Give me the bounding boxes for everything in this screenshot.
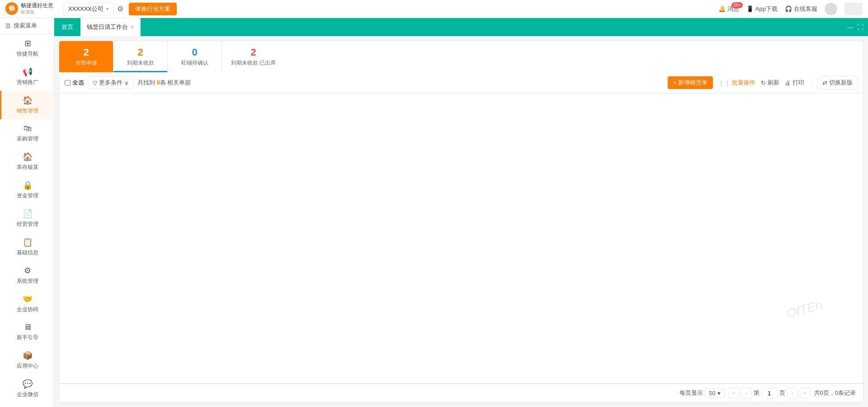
select-all-label: 全选 [72,79,84,87]
filter-icon: ▽ [93,80,97,86]
print-btn[interactable]: 🖨 打印 [785,79,804,87]
next-page-btn[interactable]: › [787,388,798,398]
stat-number-pending: 0 [192,47,197,58]
select-all-checkbox[interactable]: 全选 [65,79,84,87]
batch-icon: ⋮⋮ [718,80,730,86]
operation-icon: 📄 [23,209,33,219]
search-icon: ☰ [5,23,11,29]
pagination-bar: 每页显示 50 ▾ « ‹ 第 页 › » [59,384,863,402]
minimize-btn[interactable]: — [847,23,854,31]
first-page-btn[interactable]: « [728,388,739,398]
sidebar-item-appstore[interactable]: 📦 应用中心 [0,346,54,374]
maximize-btn[interactable]: ⛶ [857,23,863,31]
basic-icon: 📋 [23,237,33,247]
switch-btn[interactable]: ⇄ 切换新版 [817,76,858,89]
sidebar-label-quick-nav: 快捷导航 [17,50,38,58]
headset-icon: 🎧 [785,5,792,12]
search-menu-label: 搜索菜单 [14,22,37,30]
sales-icon: 🏠 [23,95,33,105]
table-area: OfTEn [59,94,863,384]
app-subtitle: 标准版 [21,9,53,15]
print-icon: 🖨 [785,80,791,86]
sidebar-label-basic: 基础信息 [17,249,38,257]
found-count: 0 [157,79,160,86]
company-name: XXXXXX公司 [68,5,104,13]
content-area: 首页 钱货日清工作台 × — ⛶ 2 全部单据 [54,18,868,407]
bell-icon: 🔔 [718,5,726,12]
messages-badge: 99+ [731,2,743,8]
sidebar-item-quick-nav[interactable]: ⊞ 快捷导航 [0,34,54,62]
sidebar-label-marketing: 营销推广 [17,79,38,86]
filter-label: 更多条件 [99,79,123,87]
search-menu-btn[interactable]: ☰ 搜索菜单 [0,18,54,34]
grid-icon: ⊞ [24,38,31,48]
refresh-btn[interactable]: ↻ 刷新 [761,79,779,87]
settings-button[interactable]: ⚙ [117,5,123,13]
sidebar-item-finance[interactable]: 🔒 资金管理 [0,176,54,204]
sidebar-item-sales[interactable]: 🏠 销售管理 [0,91,54,119]
avatar[interactable] [825,3,837,15]
stat-label-pending: 旺铺待确认 [181,59,208,67]
cooperation-icon: 🤝 [23,294,33,304]
sidebar-label-operation: 经营管理 [17,220,38,228]
chevron-icon: ∨ [124,80,129,86]
wechat-icon: 💬 [23,379,33,389]
sidebar-item-guide[interactable]: 🖥 新手引导 [0,318,54,346]
sidebar-label-wechat: 企业微信 [17,391,38,398]
tab-close-btn[interactable]: × [131,24,134,30]
last-page-btn[interactable]: » [800,388,811,398]
sidebar-label-finance: 资金管理 [17,192,38,200]
sidebar-item-basic[interactable]: 📋 基础信息 [0,233,54,261]
online-service-btn[interactable]: 🎧 在线客服 [785,5,817,13]
sidebar-item-cooperation[interactable]: 🤝 企业协同 [0,290,54,318]
prev-page-btn[interactable]: ‹ [741,388,752,398]
select-all-input[interactable] [65,80,71,86]
system-icon: ⚙ [24,266,31,276]
messages-btn[interactable]: 🔔 消息 99+ [718,5,739,13]
filter-btn[interactable]: ▽ 更多条件 ∨ [88,76,134,89]
stat-card-all[interactable]: 2 全部单据 [59,41,113,72]
page-content: 2 全部单据 2 到期未收款 0 旺铺待确认 2 到期未收款 已出库 [54,36,868,407]
sidebar-item-member[interactable]: V 畅会员 [0,403,54,407]
sidebar-item-purchase[interactable]: 🛍 采购管理 [0,119,54,147]
toolbar-right: + 新增销货单 ⋮⋮ 批量操作 ↻ 刷新 🖨 打印 [668,76,858,89]
experience-btn[interactable]: 体验行业方案 [129,3,177,15]
per-page-label: 每页显示 [679,389,703,397]
tab-home[interactable]: 首页 [54,18,80,36]
sidebar-label-cooperation: 企业协同 [17,306,38,313]
app-download-btn[interactable]: 📱 App下载 [746,5,778,13]
tab-current[interactable]: 钱货日清工作台 × [80,18,141,36]
page-size-value: 50 [709,390,715,397]
sidebar-item-marketing[interactable]: 📢 营销推广 [0,62,54,91]
app-download-label: App下载 [755,5,778,13]
sidebar-label-purchase: 采购管理 [17,135,38,143]
batch-btn[interactable]: ⋮⋮ 批量操作 [718,79,755,87]
sidebar-item-system[interactable]: ⚙ 系统管理 [0,261,54,290]
stat-card-pending[interactable]: 0 旺铺待确认 [168,41,222,72]
page-size-box[interactable]: 50 ▾ [705,388,724,398]
stat-number-all: 2 [83,47,89,58]
page-input[interactable] [761,388,778,398]
new-order-btn[interactable]: + 新增销货单 [668,76,713,89]
guide-icon: 🖥 [24,323,32,332]
user-info[interactable] [844,3,863,15]
phone-icon: 📱 [746,5,754,12]
company-selector[interactable]: XXXXXX公司 ▾ [63,3,113,15]
main-layout: ☰ 搜索菜单 ⊞ 快捷导航 📢 营销推广 🏠 销售管理 🛍 采购管理 🏠 库存核… [0,18,868,407]
top-bar: 畅 畅捷通好生意 标准版 XXXXXX公司 ▾ ⚙ 体验行业方案 🔔 消息 99… [0,0,868,18]
marketing-icon: 📢 [23,67,33,77]
page-size-chevron: ▾ [717,390,721,397]
batch-label: 批量操作 [732,79,755,87]
sidebar-item-operation[interactable]: 📄 经营管理 [0,204,54,233]
stat-label-all: 全部单据 [75,59,97,67]
sidebar-item-inventory[interactable]: 🏠 库存核算 [0,147,54,176]
chevron-down-icon: ▾ [106,6,108,11]
watermark: OfTEn [785,298,824,321]
page-nav: « ‹ 第 页 › » [728,388,811,398]
refresh-label: 刷新 [768,79,779,87]
tab-bar-actions: — ⛶ [843,23,868,31]
sidebar-item-wechat[interactable]: 💬 企业微信 [0,374,54,403]
stat-card-shipped[interactable]: 2 到期未收款 已出库 [222,41,285,72]
stat-card-overdue[interactable]: 2 到期未收款 [113,41,168,72]
stat-label-overdue: 到期未收款 [127,59,154,67]
